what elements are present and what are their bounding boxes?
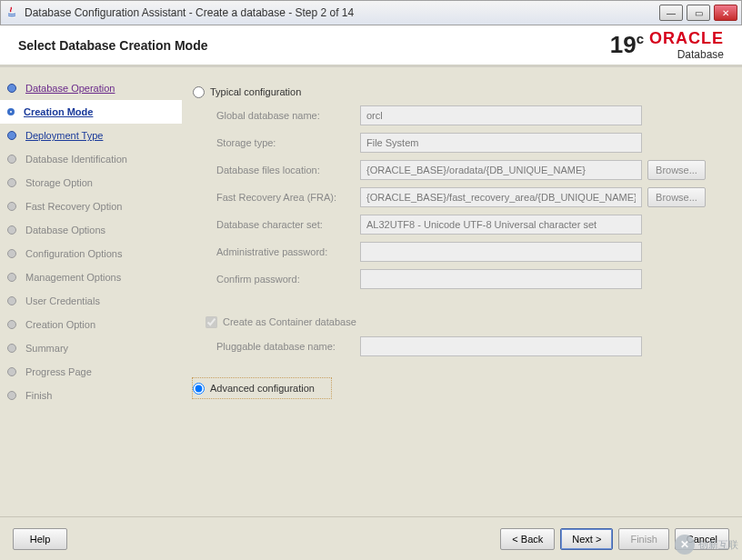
step-dot-icon: [7, 225, 16, 235]
step-dot-icon: [7, 391, 16, 400]
create-container-db-checkbox: Create as Container database: [202, 311, 726, 333]
step-creation-option: Creation Option: [0, 313, 182, 336]
wizard-footer: Help < Back Next > Finish Cancel: [0, 516, 742, 560]
step-database-options: Database Options: [0, 218, 182, 242]
page-header: Select Database Creation Mode 19c ORACLE…: [0, 25, 742, 67]
step-dot-icon: [7, 131, 16, 140]
java-icon: [5, 5, 19, 20]
step-dot-icon: [7, 178, 16, 187]
step-dot-icon: [7, 84, 16, 93]
next-button[interactable]: Next >: [560, 528, 613, 550]
window-title: Database Configuration Assistant - Creat…: [25, 6, 659, 19]
confirm-password-label: Confirm password:: [216, 274, 360, 285]
step-creation-mode[interactable]: Creation Mode: [0, 100, 182, 124]
charset-label: Database character set:: [216, 219, 360, 230]
db-files-location-label: Database files location:: [216, 165, 360, 175]
step-storage-option: Storage Option: [0, 171, 182, 195]
charset-select: [360, 215, 642, 235]
step-dot-icon: [7, 202, 16, 211]
admin-password-label: Administrative password:: [216, 246, 360, 257]
step-dot-icon: [7, 273, 16, 282]
step-dot-icon: [7, 344, 16, 353]
step-management-options: Management Options: [0, 265, 182, 289]
finish-button: Finish: [618, 528, 668, 550]
global-db-name-input: [360, 105, 642, 125]
advanced-configuration-radio[interactable]: Advanced configuration: [193, 378, 331, 398]
brand-logo: 19c ORACLE Database: [610, 29, 724, 61]
page-title: Select Database Creation Mode: [18, 38, 610, 53]
back-button[interactable]: < Back: [500, 528, 555, 550]
pdb-name-label: Pluggable database name:: [216, 341, 360, 352]
db-files-browse-button: Browse...: [647, 160, 706, 180]
step-summary: Summary: [0, 336, 182, 360]
form-panel: Typical configuration Global database na…: [182, 67, 742, 516]
step-database-operation[interactable]: Database Operation: [0, 76, 182, 100]
close-button[interactable]: ✕: [714, 5, 737, 21]
step-dot-icon: [7, 155, 16, 164]
wizard-sidebar: Database Operation Creation Mode Deploym…: [0, 67, 182, 516]
step-progress-page: Progress Page: [0, 360, 182, 384]
step-finish: Finish: [0, 384, 182, 407]
step-user-credentials: User Credentials: [0, 289, 182, 313]
step-dot-icon: [7, 320, 16, 329]
window-titlebar: Database Configuration Assistant - Creat…: [0, 0, 742, 25]
fra-label: Fast Recovery Area (FRA):: [216, 192, 360, 203]
typical-configuration-radio[interactable]: Typical configuration: [193, 82, 726, 102]
help-button[interactable]: Help: [13, 528, 67, 550]
fra-browse-button: Browse...: [647, 187, 706, 207]
step-dot-icon: [7, 367, 16, 376]
storage-type-label: Storage type:: [216, 137, 360, 148]
pdb-name-input: [360, 336, 642, 356]
step-configuration-options: Configuration Options: [0, 242, 182, 265]
step-dot-icon: [7, 296, 16, 305]
fra-input: [360, 187, 642, 207]
step-fast-recovery-option: Fast Recovery Option: [0, 195, 182, 218]
global-db-name-label: Global database name:: [216, 110, 360, 121]
step-dot-icon: [7, 249, 16, 258]
db-files-location-input: [360, 160, 642, 180]
admin-password-input: [360, 242, 642, 262]
step-deployment-type[interactable]: Deployment Type: [0, 124, 182, 147]
cancel-button[interactable]: Cancel: [675, 528, 729, 550]
maximize-button[interactable]: ▭: [687, 5, 710, 21]
storage-type-select: [360, 133, 642, 153]
step-dot-icon: [7, 108, 15, 115]
confirm-password-input: [360, 269, 642, 289]
step-database-identification: Database Identification: [0, 147, 182, 171]
minimize-button[interactable]: —: [659, 5, 683, 21]
